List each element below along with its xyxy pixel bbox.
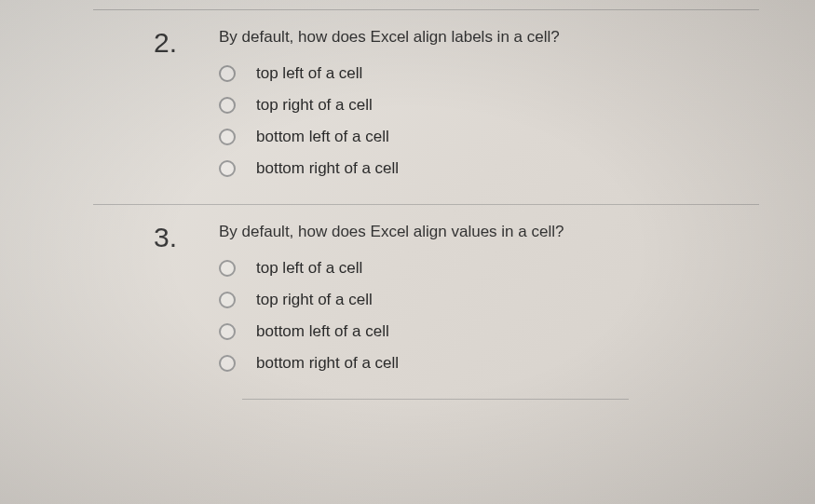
radio-icon[interactable] — [219, 355, 236, 372]
question-number: 3. — [154, 222, 219, 373]
divider-top — [93, 9, 759, 10]
question-content: By default, how does Excel align values … — [219, 222, 759, 373]
option-row[interactable]: top right of a cell — [219, 291, 759, 309]
divider-bottom — [242, 399, 629, 400]
option-label: bottom left of a cell — [256, 322, 389, 341]
option-row[interactable]: bottom right of a cell — [219, 354, 759, 373]
question-text: By default, how does Excel align labels … — [219, 27, 759, 48]
radio-icon[interactable] — [219, 292, 236, 308]
option-label: top right of a cell — [256, 96, 373, 115]
option-label: top left of a cell — [256, 259, 362, 278]
option-label: top left of a cell — [256, 64, 362, 83]
options-list: top left of a cell top right of a cell b… — [219, 64, 759, 178]
question-number: 2. — [154, 27, 219, 178]
option-row[interactable]: top left of a cell — [219, 259, 759, 278]
option-label: bottom right of a cell — [256, 354, 399, 373]
options-list: top left of a cell top right of a cell b… — [219, 259, 759, 373]
radio-icon[interactable] — [219, 260, 236, 277]
question-3: 3. By default, how does Excel align valu… — [0, 205, 815, 399]
question-text: By default, how does Excel align values … — [219, 222, 759, 242]
question-content: By default, how does Excel align labels … — [219, 27, 759, 178]
radio-icon[interactable] — [219, 323, 236, 340]
radio-icon[interactable] — [219, 129, 236, 145]
radio-icon[interactable] — [219, 97, 236, 114]
option-label: bottom left of a cell — [256, 128, 389, 146]
option-label: bottom right of a cell — [256, 159, 399, 178]
option-row[interactable]: top right of a cell — [219, 96, 759, 115]
divider-mid — [93, 204, 759, 205]
option-row[interactable]: top left of a cell — [219, 64, 759, 83]
option-row[interactable]: bottom right of a cell — [219, 159, 759, 178]
option-row[interactable]: bottom left of a cell — [219, 128, 759, 146]
radio-icon[interactable] — [219, 65, 236, 82]
question-2: 2. By default, how does Excel align labe… — [0, 10, 815, 204]
radio-icon[interactable] — [219, 160, 236, 177]
option-row[interactable]: bottom left of a cell — [219, 322, 759, 341]
option-label: top right of a cell — [256, 291, 373, 309]
